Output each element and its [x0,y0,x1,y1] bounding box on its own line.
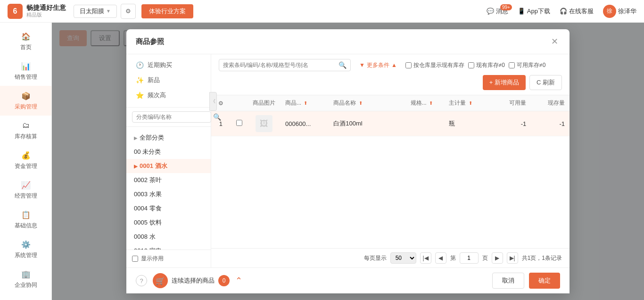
experience-btn[interactable]: 体验行业方案 [141,4,193,18]
th-spec[interactable]: 规格... ⬆ [406,95,445,111]
category-item-0004[interactable]: 0004 零食 [126,201,211,216]
category-item-0002[interactable]: 0002 茶叶 [126,173,211,187]
continuous-label: 连续选择的商品 [172,276,215,285]
th-avail: 可用量 [483,95,531,111]
row-code: 000600... [281,111,329,136]
store-selector[interactable]: 日太阳膜 ▼ [74,5,117,18]
product-search-box: 🔍 [219,59,351,71]
category-search-input[interactable] [132,111,211,123]
category-item-0008[interactable]: 0008 水 [126,230,211,244]
sidebar-item-system[interactable]: ⚙️ 系统管理 [0,234,51,264]
operations-icon: 📈 [21,180,31,190]
category-search-icon[interactable]: 🔍 [213,113,221,121]
online-service-nav-item[interactable]: 🎧 在线客服 [560,7,594,16]
product-search-input[interactable] [223,62,337,68]
app-download-nav-item[interactable]: 📱 App下载 [518,7,550,16]
logo-icon: 6 [8,4,23,19]
table-row[interactable]: 1 🖼 000600... 白酒100ml 瓶 -1 -1 [211,111,570,136]
cart-icon[interactable]: 🛒 [153,273,168,288]
category-item-00[interactable]: 00 未分类 [126,145,211,159]
th-check [231,95,248,111]
category-recent[interactable]: 🕐 近期购买 [132,58,205,72]
category-item-0010[interactable]: 0010 家电 [126,244,211,250]
sidebar-item-operations[interactable]: 📈 经营管理 [0,175,51,205]
page-input[interactable] [460,252,479,264]
right-content-panel: 🔍 ▼ 更多条件 ▲ 按仓库显示现有库存 [211,54,570,267]
category-item-0001[interactable]: ▶0001 酒水 [126,159,211,173]
category-label: 0004 零食 [134,204,162,213]
row-unit: 瓶 [444,111,483,136]
category-item-all[interactable]: ▶全部分类 [126,131,211,145]
message-icon: 💬 [487,8,494,15]
basics-icon: 📋 [21,209,31,220]
main-layout: 🏠 首页 📊 销售管理 📦 采购管理 🗂 库存核算 💰 资金管理 📈 经营管理 … [0,23,644,300]
warehouse-filter[interactable]: 按仓库显示现有库存 [405,61,464,69]
help-icon[interactable]: ? [136,275,147,286]
warehouse-checkbox[interactable] [405,62,412,68]
chevron-down-icon: ▼ [106,8,111,14]
inventory-icon: 🗂 [21,120,31,131]
sidebar-label-basics: 基础信息 [15,222,37,230]
sidebar-item-finance[interactable]: 💰 资金管理 [0,145,51,175]
category-label: 0002 茶叶 [134,176,162,184]
product-search-icon[interactable]: 🔍 [339,61,347,69]
cart-count: 0 [218,275,230,286]
avail-ne0-filter[interactable]: 可用库存≠0 [509,61,545,69]
confirm-btn[interactable]: 确定 [529,273,560,289]
category-new[interactable]: ✨ 新品 [132,73,205,87]
category-label: 0005 饮料 [134,218,162,227]
sidebar-item-inventory[interactable]: 🗂 库存核算 [0,116,51,145]
th-img: 商品图片 [248,95,281,111]
sidebar-item-purchase[interactable]: 📦 采购管理 [0,86,51,116]
show-disabled-checkbox[interactable] [132,256,138,262]
more-filter-btn[interactable]: ▼ 更多条件 ▲ [355,59,402,71]
logo-text: 畅捷通好生意 [26,4,66,12]
settings-icon[interactable]: ⚙ [121,4,136,19]
add-product-btn[interactable]: + 新增商品 [483,75,526,90]
th-code[interactable]: 商品... ⬆ [281,95,329,111]
last-page-btn[interactable]: ▶| [507,252,518,264]
sidebar-label-system: 系统管理 [15,251,37,259]
row-spec [406,111,445,136]
row-avail: -1 [483,111,531,136]
page-size-select[interactable]: 102050100 [390,252,416,264]
user-name: 徐泽华 [618,7,636,16]
collapse-cart-icon[interactable]: ⌃ [235,275,242,286]
category-item-0003[interactable]: 0003 水果 [126,187,211,201]
refresh-btn[interactable]: C 刷新 [529,75,562,90]
category-frequent[interactable]: ⭐ 频次高 [132,88,205,102]
prev-page-btn[interactable]: ◀ [435,252,446,264]
sidebar-item-basics[interactable]: 📋 基础信息 [0,205,51,234]
recent-icon: 🕐 [136,61,144,69]
pagination-bar: 每页显示 102050100 |◀ ◀ 第 页 ▶ ▶| 共1页，1条记录 [211,248,570,267]
user-nav-item[interactable]: 徐 徐泽华 [603,5,636,18]
first-page-btn[interactable]: |◀ [420,252,431,264]
show-disabled-label: 显示停用 [141,255,164,263]
collapse-panel-btn[interactable]: 《 [209,92,217,111]
stock-ne0-checkbox[interactable] [468,62,474,68]
product-table-body: 1 🖼 000600... 白酒100ml 瓶 -1 -1 [211,111,570,136]
sidebar-item-guide[interactable]: 🎯 新手引导 [0,294,51,300]
cancel-btn[interactable]: 取消 [492,273,524,289]
sidebar-item-enterprise[interactable]: 🏢 企业协同 [0,264,51,294]
next-page-btn[interactable]: ▶ [492,252,503,264]
modal-close-button[interactable]: ✕ [549,36,560,47]
th-name[interactable]: 商品名称 ⬆ [329,95,405,111]
th-unit[interactable]: 主计量 ⬆ [444,95,483,111]
table-header-row: ⚙ 商品图片 商品... ⬆ [211,95,570,111]
sort-unit-icon: ⬆ [469,100,472,106]
messages-nav-item[interactable]: 💬 消息 99+ [487,7,508,16]
sidebar-item-sales[interactable]: 📊 销售管理 [0,56,51,86]
product-table: ⚙ 商品图片 商品... ⬆ [211,95,570,136]
sidebar-item-home[interactable]: 🏠 首页 [0,26,51,56]
category-search-area: 🔍 [126,108,211,127]
system-icon: ⚙️ [21,239,31,250]
avail-ne0-checkbox[interactable] [509,62,515,68]
toolbar-right: + 新增商品 C 刷新 [483,75,562,90]
category-item-0005[interactable]: 0005 饮料 [126,216,211,230]
row-checkbox[interactable] [236,120,242,126]
modal-title: 商品参照 [136,37,164,46]
product-table-container: ⚙ 商品图片 商品... ⬆ [211,95,570,248]
stock-ne0-filter[interactable]: 现有库存≠0 [468,61,505,69]
row-check[interactable] [231,111,248,136]
